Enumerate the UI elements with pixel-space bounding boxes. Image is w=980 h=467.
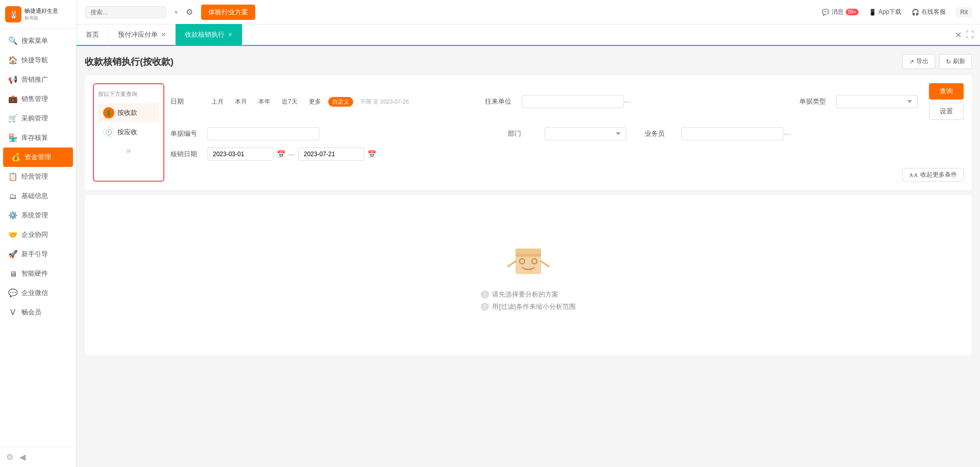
topbar-search-input[interactable] bbox=[85, 6, 166, 18]
sidebar-label-finance: 资金管理 bbox=[24, 153, 51, 162]
sidebar-item-purchase[interactable]: 🛒 采购管理 bbox=[0, 109, 76, 128]
collapse-more-button[interactable]: ∧∧ 收起更多条件 bbox=[902, 168, 964, 182]
docnumber-filter-area bbox=[207, 127, 489, 140]
tab-close-all-icon[interactable]: ✕ bbox=[955, 30, 962, 40]
hardware-icon: 🖥 bbox=[8, 269, 17, 278]
setting-button[interactable]: 设置 bbox=[929, 103, 964, 120]
sidebar-label-system: 系统管理 bbox=[21, 211, 48, 220]
date-more-btn[interactable]: 更多 bbox=[305, 96, 325, 108]
user-menu[interactable]: Rit bbox=[956, 7, 972, 17]
message-button[interactable]: 💬 消息 99+ bbox=[822, 8, 859, 16]
salesperson-input[interactable] bbox=[681, 127, 783, 140]
date-7days-btn[interactable]: 近7天 bbox=[278, 96, 302, 108]
topbar-dropdown-icon[interactable]: ▾ bbox=[175, 9, 178, 16]
sidebar-item-wechat[interactable]: 💬 企业微信 bbox=[0, 283, 76, 303]
logo-icon: 🐰 bbox=[5, 6, 21, 22]
doctype-select[interactable] bbox=[836, 95, 918, 108]
search-icon: 🔍 bbox=[8, 36, 17, 45]
industry-solution-button[interactable]: 体验行业方案 bbox=[201, 5, 255, 20]
message-icon: 💬 bbox=[822, 9, 829, 16]
refresh-button[interactable]: ↻ 刷新 bbox=[939, 54, 972, 69]
sidebar-label-marketing: 营销推广 bbox=[21, 75, 48, 84]
writeoff-end-date-input[interactable] bbox=[298, 148, 364, 161]
tab-home[interactable]: 首页 bbox=[77, 24, 109, 45]
settings-footer-icon[interactable]: ⚙ bbox=[6, 452, 13, 462]
writeoff-start-cal-icon[interactable]: 📅 bbox=[277, 150, 285, 158]
partner-more-icon[interactable]: ··· bbox=[624, 96, 631, 107]
topbar: ▾ ⚙ 体验行业方案 💬 消息 99+ 📱 App下载 🎧 在线客服 Rit bbox=[77, 0, 980, 24]
tip-num-1: 1 bbox=[481, 290, 489, 299]
topbar-gear-icon[interactable]: ⚙ bbox=[186, 7, 193, 17]
coop-icon: 🤝 bbox=[8, 230, 17, 239]
collapse-more-row: ∧∧ 收起更多条件 bbox=[170, 168, 964, 182]
date-custom-badge: 自定义 bbox=[328, 97, 353, 107]
sidebar-item-cooperation[interactable]: 🤝 企业协同 bbox=[0, 225, 76, 244]
sidebar-item-search[interactable]: 🔍 搜索菜单 bbox=[0, 31, 76, 51]
online-service-label: 在线客服 bbox=[921, 8, 946, 16]
filter-option-by-collection[interactable]: 💲 按收款 bbox=[98, 103, 159, 122]
filter-row-3: 核销日期 📅 — 📅 bbox=[170, 148, 964, 161]
partner-input[interactable] bbox=[522, 95, 624, 108]
filter-option-by-receivable[interactable]: 🕐 按应收 bbox=[98, 122, 159, 142]
filter-collapse-btn[interactable]: » bbox=[98, 146, 159, 155]
writeoff-end-cal-icon[interactable]: 📅 bbox=[368, 150, 376, 158]
collapse-sidebar-icon[interactable]: ◀ bbox=[19, 452, 26, 462]
writeoff-date-label: 核销日期 bbox=[170, 150, 201, 159]
sidebar-item-guide[interactable]: 🚀 新手引导 bbox=[0, 244, 76, 264]
sidebar-label-inventory: 库存核算 bbox=[21, 133, 48, 142]
tab-prepay[interactable]: 预付冲应付单 ✕ bbox=[109, 24, 176, 45]
sidebar-label-basics: 基础信息 bbox=[21, 191, 48, 201]
sidebar-item-inventory[interactable]: 🏪 库存核算 bbox=[0, 128, 76, 148]
app-download-button[interactable]: 📱 App下载 bbox=[869, 8, 901, 16]
sidebar-item-system[interactable]: ⚙️ 系统管理 bbox=[0, 206, 76, 225]
finance-icon: 💰 bbox=[11, 153, 20, 162]
filter-scheme-title: 按以下方案查询 bbox=[98, 90, 159, 98]
salesperson-more-icon[interactable]: ··· bbox=[783, 129, 791, 139]
svg-line-5 bbox=[541, 261, 549, 266]
sidebar-footer: ⚙ ◀ bbox=[0, 447, 76, 467]
headset-icon: 🎧 bbox=[912, 9, 919, 16]
logo-text-block: 畅捷通好生意 标准版 bbox=[24, 7, 58, 21]
sidebar-label-member: 畅会员 bbox=[21, 308, 41, 317]
main-area: ▾ ⚙ 体验行业方案 💬 消息 99+ 📱 App下载 🎧 在线客服 Rit bbox=[77, 0, 980, 467]
query-button[interactable]: 查询 bbox=[929, 83, 964, 100]
sidebar-item-operations[interactable]: 📋 经营管理 bbox=[0, 167, 76, 186]
collection-scheme-label: 按收款 bbox=[117, 108, 137, 117]
partner-label: 往来单位 bbox=[485, 97, 516, 106]
department-filter-area bbox=[545, 127, 626, 140]
sidebar-item-marketing[interactable]: 📢 营销推广 bbox=[0, 70, 76, 89]
sidebar-item-member[interactable]: Ⅴ 畅会员 bbox=[0, 303, 76, 322]
date-last-month-btn[interactable]: 上月 bbox=[207, 96, 228, 108]
tab-collection-close[interactable]: ✕ bbox=[228, 31, 233, 38]
sidebar: 🐰 畅捷通好生意 标准版 🔍 搜索菜单 🏠 快捷导航 📢 营销推广 💼 销售管理… bbox=[0, 0, 77, 467]
date-this-year-btn[interactable]: 本年 bbox=[254, 96, 275, 108]
tab-actions: ✕ ⛶ bbox=[949, 30, 980, 40]
tab-prepay-close[interactable]: ✕ bbox=[161, 31, 166, 38]
writeoff-start-date-input[interactable] bbox=[207, 148, 274, 161]
docnumber-input[interactable] bbox=[207, 127, 320, 140]
tab-expand-icon[interactable]: ⛶ bbox=[966, 30, 974, 39]
refresh-label: 刷新 bbox=[953, 57, 965, 66]
sidebar-item-hardware[interactable]: 🖥 智能硬件 bbox=[0, 264, 76, 283]
filter-panel: 按以下方案查询 💲 按收款 🕐 按应收 » 日期 上月 bbox=[85, 75, 972, 190]
page-header: 收款核销执行(按收款) ↗ 导出 ↻ 刷新 bbox=[85, 54, 972, 69]
filter-row-2: 单据编号 部门 业务员 ··· bbox=[170, 127, 964, 140]
export-button[interactable]: ↗ 导出 bbox=[902, 54, 935, 69]
sidebar-item-sales[interactable]: 💼 销售管理 bbox=[0, 89, 76, 109]
date-filter-value: 上月 本月 本年 近7天 更多 自定义 不限 至 2023-07-26 bbox=[207, 96, 467, 108]
sidebar-item-finance[interactable]: 💰 资金管理 bbox=[3, 148, 73, 167]
sidebar-item-quicknav[interactable]: 🏠 快捷导航 bbox=[0, 51, 76, 70]
content-area: 1 请先选择要分析的方案 2 用[过滤]条件来缩小分析范围 bbox=[85, 195, 972, 355]
sidebar-nav: 🔍 搜索菜单 🏠 快捷导航 📢 营销推广 💼 销售管理 🛒 采购管理 🏪 库存核… bbox=[0, 29, 76, 447]
page-content: 收款核销执行(按收款) ↗ 导出 ↻ 刷新 按以下方案查询 💲 按收款 bbox=[77, 46, 980, 467]
sidebar-item-basics[interactable]: 🗂 基础信息 bbox=[0, 186, 76, 206]
online-service-button[interactable]: 🎧 在线客服 bbox=[912, 8, 946, 16]
date-sublabel: 不限 至 2023-07-26 bbox=[360, 98, 409, 106]
receivable-scheme-icon: 🕐 bbox=[103, 127, 114, 138]
tab-collection[interactable]: 收款核销执行 ✕ bbox=[176, 24, 242, 45]
home-icon: 🏠 bbox=[8, 56, 17, 65]
user-name: Rit bbox=[960, 9, 968, 16]
svg-rect-1 bbox=[516, 249, 541, 257]
date-this-month-btn[interactable]: 本月 bbox=[231, 96, 251, 108]
department-select[interactable] bbox=[545, 127, 626, 140]
